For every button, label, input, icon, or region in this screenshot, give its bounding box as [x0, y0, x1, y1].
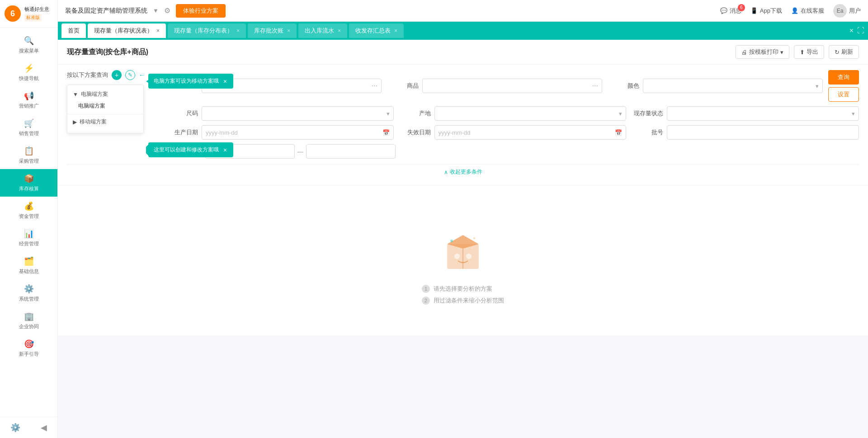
sidebar-item-label: 采购管理	[19, 158, 39, 165]
warehouse-dots-icon[interactable]: ···	[372, 82, 377, 90]
sidebar-item-basic[interactable]: 🗂️ 基础信息	[0, 252, 57, 279]
mfg-date-field: 生产日期 yyyy-mm-dd 📅	[166, 125, 394, 140]
set-button[interactable]: 设置	[828, 87, 859, 102]
mobile-scheme-section-title[interactable]: ▶ 移动端方案	[67, 116, 143, 127]
arrow-icon: ▶	[73, 119, 77, 125]
pc-scheme-item[interactable]: 电脑端方案	[67, 100, 143, 112]
sidebar-item-label: 系统管理	[19, 296, 39, 302]
tab-close-icon[interactable]: ×	[236, 28, 240, 34]
operations-icon: 📊	[24, 229, 34, 239]
search-button[interactable]: 查询	[828, 70, 859, 85]
settings-button[interactable]: ⚙️	[10, 423, 20, 433]
tooltip-edit-close-button[interactable]: ×	[222, 146, 228, 154]
sidebar-item-sales[interactable]: 🛒 销售管理	[0, 114, 57, 141]
goods-select[interactable]: ···	[422, 79, 602, 93]
sidebar-item-label: 快捷导航	[19, 75, 39, 82]
sales-icon: 🛒	[24, 118, 34, 128]
settings-gear-icon[interactable]: ⚙	[164, 6, 170, 15]
goods-dots-icon[interactable]: ···	[592, 82, 598, 90]
message-icon: 💬	[720, 7, 727, 14]
tab-close-icon[interactable]: ×	[338, 28, 341, 34]
support-action[interactable]: 👤 在线客服	[791, 7, 824, 15]
tab-inventory-dist[interactable]: 现存量（库存分布表） ×	[168, 24, 246, 38]
stock-status-dropdown-icon: ▾	[852, 110, 855, 117]
trial-button[interactable]: 体验行业方案	[176, 4, 226, 18]
tab-inout[interactable]: 出入库流水 ×	[298, 24, 347, 38]
tab-fullscreen-icon[interactable]: ⛶	[857, 27, 864, 35]
tooltip-pc-close-button[interactable]: ×	[222, 78, 228, 85]
app-download-icon: 📱	[750, 7, 758, 14]
sidebar-item-system[interactable]: ⚙️ 系统管理	[0, 279, 57, 307]
sidebar-bottom: ⚙️ ◀	[0, 417, 57, 438]
origin-select[interactable]: ▾	[434, 106, 627, 121]
pc-scheme-section: ▼ 电脑端方案 电脑端方案	[67, 89, 143, 112]
sidebar-item-label: 营销推广	[19, 103, 39, 109]
page-actions: 🖨 按模板打印 ▾ ⬆ 导出 ↻ 刷新	[736, 45, 859, 59]
refresh-button[interactable]: ↻ 刷新	[829, 45, 859, 59]
sidebar-item-marketing[interactable]: 📢 营销推广	[0, 86, 57, 114]
enterprise-icon: 🏢	[24, 311, 34, 321]
stock-qty-max-input[interactable]	[306, 144, 396, 159]
empty-svg-icon	[438, 224, 488, 273]
tab-home[interactable]: 首页	[61, 24, 86, 38]
print-button[interactable]: 🖨 按模板打印 ▾	[736, 45, 789, 59]
tab-close-icon[interactable]: ×	[287, 28, 290, 34]
export-icon: ⬆	[800, 49, 805, 56]
pc-scheme-section-title[interactable]: ▼ 电脑端方案	[67, 89, 143, 100]
user-action[interactable]: Ea 用户	[833, 4, 861, 18]
color-field: 颜色 ▾	[608, 79, 823, 93]
tab-close-icon[interactable]: ×	[156, 28, 160, 34]
sidebar-item-purchase[interactable]: 📋 采购管理	[0, 141, 57, 169]
sidebar-item-inventory[interactable]: 📦 库存核算	[0, 169, 57, 197]
filter-fields: 按仓库 ··· 商品	[157, 70, 859, 160]
tab-label: 出入库流水	[305, 27, 334, 35]
batch-no-input[interactable]	[667, 125, 859, 140]
sidebar-item-enterprise[interactable]: 🏢 企业协同	[0, 307, 57, 334]
add-scheme-button[interactable]: +	[112, 70, 122, 80]
collapse-sidebar-button[interactable]: ◀	[41, 423, 47, 433]
print-dropdown-icon: ▾	[780, 49, 783, 56]
export-button[interactable]: ⬆ 导出	[794, 45, 824, 59]
system-select-arrow[interactable]: ▼	[153, 7, 159, 14]
size-field: 尺码 ▾	[166, 106, 394, 121]
exp-date-input[interactable]: yyyy-mm-dd 📅	[434, 125, 627, 140]
tab-close-icon[interactable]: ×	[394, 28, 397, 34]
size-select[interactable]: ▾	[202, 106, 394, 121]
tooltip-edit-scheme: ​ 这里可以创建和修改方案哦 ×	[148, 142, 233, 157]
scheme-panel: ▼ 电脑端方案 电脑端方案 ▶	[67, 85, 144, 133]
page-header: 现存量查询(按仓库+商品) 🖨 按模板打印 ▾ ⬆ 导出 ↻ 刷新	[58, 40, 868, 65]
sidebar-item-operations[interactable]: 📊 经营管理	[0, 224, 57, 252]
tab-label: 收发存汇总表	[355, 27, 391, 35]
step-1-num: 1	[422, 285, 430, 293]
stock-status-select[interactable]: ▾	[667, 106, 859, 121]
empty-steps: 1 请先选择要分析的方案 2 用过滤条件来缩小分析范围	[422, 285, 504, 308]
tab-close-all-icon[interactable]: ×	[849, 27, 854, 35]
tab-inventory-status[interactable]: 现存量（库存状况表） ×	[88, 24, 166, 38]
app-download-action[interactable]: 📱 App下载	[750, 7, 782, 15]
sidebar-item-finance[interactable]: 💰 资金管理	[0, 197, 57, 224]
filter-area: 按以下方案查询 + ✎ ← ▼ 电脑端方案	[58, 65, 868, 185]
sidebar-item-quicknav[interactable]: ⚡ 快捷导航	[0, 59, 57, 86]
tab-label: 首页	[68, 27, 80, 35]
refresh-icon: ↻	[835, 49, 840, 56]
support-icon: 👤	[791, 7, 798, 14]
edit-scheme-button[interactable]: ✎	[125, 70, 135, 80]
svg-point-6	[473, 237, 475, 239]
sidebar-item-search[interactable]: 🔍 搜索菜单	[0, 31, 57, 59]
step-1-text: 请先选择要分析的方案	[434, 285, 492, 293]
goods-field: 商品 ···	[387, 79, 602, 93]
collapse-bar[interactable]: ∧ 收起更多条件	[67, 164, 859, 179]
mfg-date-input[interactable]: yyyy-mm-dd 📅	[202, 125, 394, 140]
sidebar: 6 畅通好生意 标准版 🔍 搜索菜单 ⚡ 快捷导航 📢 营销推广 🛒 销售管理 …	[0, 0, 58, 438]
purchase-icon: 📋	[24, 146, 34, 156]
tab-collect[interactable]: 收发存汇总表 ×	[349, 24, 404, 38]
origin-dropdown-icon: ▾	[619, 110, 622, 117]
message-action[interactable]: 💬 消息 6	[720, 7, 741, 15]
step-2-text: 用过滤条件来缩小分析范围	[434, 297, 504, 305]
empty-step-2: 2 用过滤条件来缩小分析范围	[422, 297, 504, 305]
tab-batch[interactable]: 库存批次账 ×	[248, 24, 297, 38]
scheme-left-arrow[interactable]: ←	[139, 71, 145, 79]
color-select[interactable]: ▾	[643, 79, 823, 93]
tab-label: 库存批次账	[254, 27, 283, 35]
sidebar-item-guide[interactable]: 🎯 新手引导	[0, 334, 57, 362]
